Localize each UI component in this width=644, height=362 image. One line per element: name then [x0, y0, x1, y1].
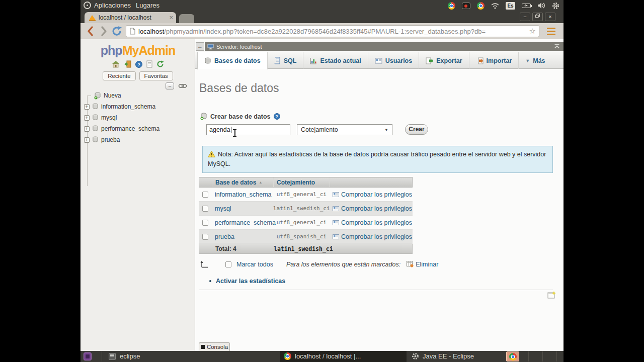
chrome-tray-icon[interactable]: [448, 2, 455, 10]
collation-select[interactable]: Cotejamiento▼: [297, 124, 392, 135]
row-checkbox[interactable]: [202, 192, 208, 198]
row-checkbox[interactable]: [202, 220, 208, 226]
check-privileges-link[interactable]: Comprobar los privilegios: [341, 219, 412, 226]
tree-item-database[interactable]: + information_schema: [84, 102, 155, 112]
back-button[interactable]: [86, 25, 96, 37]
taskbar-notification-chrome[interactable]: [506, 351, 519, 361]
db-name-input[interactable]: agenda: [206, 124, 290, 135]
tab-import[interactable]: Importar: [469, 52, 519, 69]
check-all-checkbox[interactable]: [225, 261, 231, 267]
expand-icon[interactable]: +: [84, 126, 90, 132]
tree-item-new-database[interactable]: Nueva: [87, 90, 121, 101]
mouse-cursor-ibeam: [232, 129, 237, 137]
warning-icon: [208, 151, 215, 157]
browser-menu-button[interactable]: [544, 26, 557, 36]
status-tab-icon: [310, 57, 317, 64]
expand-icon[interactable]: +: [84, 104, 90, 110]
database-icon: [92, 114, 99, 121]
bookmark-star-icon[interactable]: ☆: [529, 27, 536, 36]
tab-more[interactable]: ▼ Más: [519, 52, 551, 69]
page-icon: [130, 28, 135, 35]
tab-sql[interactable]: SQL: [268, 52, 304, 69]
browser-viewport: phpMyAdmin ? Reciente Favoritas − Nueva: [80, 39, 564, 351]
create-database-label: Crear base de datos: [210, 113, 271, 120]
column-header-collation[interactable]: Cotejamiento: [274, 177, 330, 187]
docs-icon[interactable]: [146, 60, 152, 68]
privileges-icon: [333, 192, 339, 197]
create-help-icon[interactable]: ?: [274, 113, 280, 120]
keyboard-layout-indicator[interactable]: Es: [506, 2, 515, 10]
recent-button[interactable]: Reciente: [103, 71, 135, 80]
toggle-sidebar-button[interactable]: ←: [196, 42, 204, 51]
forward-button[interactable]: [99, 25, 109, 37]
places-menu[interactable]: Lugares: [136, 0, 159, 11]
tree-item-database[interactable]: + mysql: [84, 113, 117, 123]
close-button[interactable]: ×: [545, 13, 555, 21]
row-checkbox[interactable]: [202, 234, 208, 240]
home-icon[interactable]: [112, 60, 120, 68]
browser-toolbar: localhost/phpmyadmin/index.php?token=dc8…: [80, 23, 564, 39]
taskbar-item-java[interactable]: Java EE - Eclipse: [423, 351, 474, 362]
create-button[interactable]: Crear: [405, 124, 428, 135]
reload-button[interactable]: [112, 25, 123, 37]
users-tab-icon: [375, 58, 382, 64]
expand-icon[interactable]: +: [84, 137, 90, 143]
taskbar-item-browser[interactable]: localhost / localhost |...: [280, 351, 407, 362]
pma-logo[interactable]: phpMyAdmin: [80, 43, 195, 58]
expand-icon[interactable]: +: [84, 115, 90, 121]
java-taskbar-icon: [412, 352, 419, 360]
tab-export[interactable]: Exportar: [419, 52, 469, 69]
restore-button[interactable]: [532, 13, 543, 21]
column-header-database[interactable]: Base de datos▲: [212, 177, 274, 187]
server-label[interactable]: Servidor: localhost: [216, 44, 262, 50]
distro-logo-icon[interactable]: [84, 2, 91, 9]
taskbar-item-eclipse[interactable]: eclipse: [120, 351, 140, 362]
content-divider: [199, 290, 553, 290]
enable-statistics-link[interactable]: Activar las estadísticas: [216, 278, 285, 285]
collapse-header-icon[interactable]: [554, 44, 560, 49]
new-window-icon[interactable]: [547, 291, 556, 299]
link-icon[interactable]: [178, 83, 187, 88]
minimize-button[interactable]: −: [520, 13, 530, 21]
eclipse-taskbar-icon[interactable]: [109, 353, 116, 360]
database-link[interactable]: information_schema: [212, 191, 273, 198]
check-privileges-link[interactable]: Comprobar los privilegios: [341, 205, 412, 212]
volume-icon[interactable]: [537, 2, 545, 9]
taskbar-launcher-icon[interactable]: [84, 352, 92, 360]
favorites-button[interactable]: Favoritas: [139, 71, 173, 80]
row-checkbox[interactable]: [202, 206, 208, 212]
new-tab-button[interactable]: [179, 14, 194, 23]
import-tab-icon: [476, 57, 484, 64]
tab-close-icon[interactable]: ×: [169, 12, 173, 23]
tab-databases[interactable]: Bases de datos: [197, 52, 268, 69]
battery-icon[interactable]: [522, 4, 531, 8]
screen-recorder-icon[interactable]: [462, 3, 470, 9]
help-icon[interactable]: ?: [135, 61, 142, 68]
tree-item-database[interactable]: + prueba: [84, 135, 120, 145]
address-bar[interactable]: localhost/phpmyadmin/index.php?token=dc8…: [126, 25, 539, 37]
table-row: information_schema utf8_general_ci Compr…: [199, 188, 413, 202]
chrome-tray-icon-2[interactable]: [477, 2, 485, 10]
collapse-all-icon[interactable]: −: [166, 82, 174, 89]
tab-status[interactable]: Estado actual: [303, 52, 368, 69]
table-header-row: Base de datos▲ Cotejamiento: [199, 177, 413, 188]
console-tab[interactable]: Consola: [199, 342, 230, 351]
database-link[interactable]: prueba: [212, 233, 273, 240]
check-privileges-link[interactable]: Comprobar los privilegios: [341, 233, 412, 240]
logout-icon[interactable]: [124, 60, 131, 68]
session-gear-icon[interactable]: [552, 2, 559, 10]
browser-tab[interactable]: localhost / localhost ×: [85, 12, 176, 23]
database-link[interactable]: mysql: [212, 205, 273, 212]
delete-link[interactable]: Eliminar: [416, 261, 438, 268]
wifi-icon[interactable]: [491, 3, 499, 9]
sidebar-quick-access: Reciente Favoritas: [80, 71, 195, 80]
applications-menu[interactable]: Aplicaciones: [94, 0, 131, 11]
check-all-arrow-icon: [200, 260, 208, 268]
database-link[interactable]: performance_schema: [212, 219, 273, 226]
refresh-icon[interactable]: [156, 60, 164, 68]
tree-item-database[interactable]: + performance_schema: [84, 124, 159, 134]
browser-tab-strip: localhost / localhost × − ×: [80, 11, 564, 23]
check-all-link[interactable]: Marcar todos: [236, 261, 273, 268]
check-privileges-link[interactable]: Comprobar los privilegios: [341, 191, 412, 198]
tab-users[interactable]: Usuarios: [368, 52, 420, 69]
